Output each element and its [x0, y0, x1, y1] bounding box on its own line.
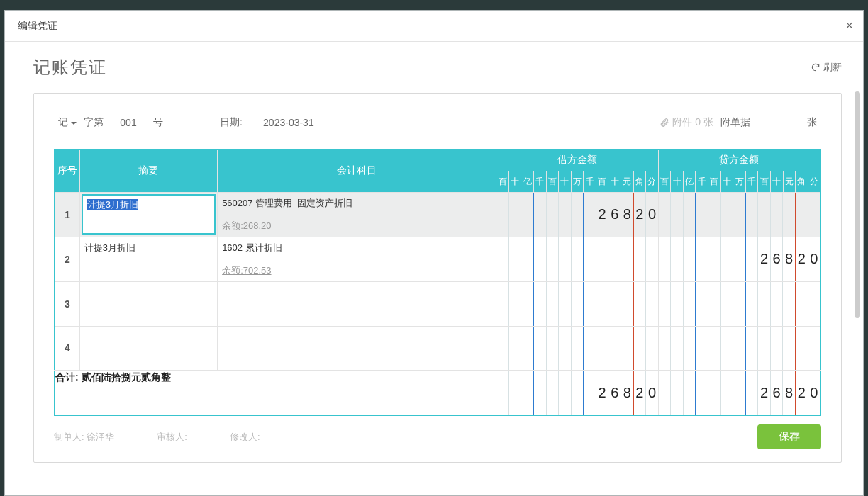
save-button[interactable]: 保存 — [757, 424, 821, 449]
debit-cell[interactable] — [496, 281, 659, 326]
money-digit — [696, 237, 708, 281]
sheets-unit: 张 — [807, 116, 817, 129]
money-digit — [796, 282, 808, 326]
row-index: 1 — [55, 192, 79, 237]
money-digit — [634, 327, 647, 371]
close-icon[interactable]: × — [845, 18, 853, 33]
money-digit — [534, 237, 547, 281]
debit-cell[interactable]: 26820 — [496, 192, 659, 237]
summary-cell[interactable]: 计提3月折旧 — [79, 192, 217, 237]
subject-cell[interactable]: 1602 累计折旧余额:702.53 — [218, 237, 496, 281]
money-digit — [733, 237, 746, 281]
voucher-number-input[interactable] — [111, 115, 146, 130]
money-digit: 8 — [783, 371, 796, 415]
money-digit — [521, 371, 534, 415]
subject-cell[interactable] — [218, 281, 496, 326]
summary-cell[interactable]: 计提3月折旧 — [79, 237, 217, 281]
table-row[interactable]: 4 — [55, 326, 820, 371]
money-digit — [509, 237, 522, 281]
digit-header: 百 — [546, 171, 559, 192]
money-digit — [559, 371, 572, 415]
debit-cell[interactable] — [496, 237, 659, 281]
digit-header: 百 — [658, 171, 671, 192]
date-input[interactable] — [250, 115, 328, 130]
refresh-button[interactable]: 刷新 — [811, 61, 842, 74]
money-digit: 2 — [634, 371, 647, 415]
chevron-down-icon — [71, 122, 77, 128]
row-index: 3 — [55, 281, 79, 326]
subject-balance: 余额:702.53 — [222, 264, 491, 277]
zidi-label: 字第 — [84, 116, 104, 129]
row-index: 2 — [55, 237, 79, 281]
money-digit — [708, 371, 721, 415]
money-digit — [684, 237, 696, 281]
credit-cell[interactable]: 26820 — [658, 237, 820, 281]
money-digit — [696, 282, 708, 326]
subject-cell[interactable]: 560207 管理费用_固定资产折旧余额:268.20 — [218, 192, 496, 237]
money-digit — [621, 282, 634, 326]
money-digit — [559, 193, 572, 237]
money-digit: 2 — [596, 371, 609, 415]
sheets-label: 附单据 — [720, 116, 750, 129]
sheets-input[interactable] — [757, 115, 800, 130]
money-digit — [696, 193, 708, 237]
date-label: 日期: — [220, 116, 243, 129]
credit-cell[interactable] — [658, 192, 820, 237]
money-digit — [584, 237, 596, 281]
money-digit: 0 — [808, 237, 820, 281]
table-row[interactable]: 2计提3月折旧1602 累计折旧余额:702.5326820 — [55, 237, 820, 281]
money-digit — [684, 371, 696, 415]
digit-header: 角 — [796, 171, 808, 192]
money-digit — [746, 282, 759, 326]
voucher-type-dropdown[interactable]: 记 — [58, 116, 77, 129]
scrollbar[interactable] — [855, 91, 860, 318]
money-digit — [634, 282, 647, 326]
money-digit — [771, 327, 784, 371]
money-digit — [733, 327, 746, 371]
digit-header: 千 — [745, 171, 758, 192]
voucher-footer: 制单人: 徐泽华 审核人: 修改人: 保存 — [54, 424, 821, 449]
subject-cell[interactable] — [218, 326, 496, 371]
summary-cell[interactable] — [79, 281, 217, 326]
money-digit — [646, 327, 658, 371]
maker-value: 徐泽华 — [87, 432, 114, 442]
money-digit — [534, 327, 547, 371]
digit-header: 万 — [571, 171, 584, 192]
money-digit: 2 — [634, 193, 647, 237]
digit-header: 百 — [708, 171, 721, 192]
money-digit — [746, 193, 759, 237]
summary-text: 计提3月折旧 — [87, 199, 138, 210]
money-digit — [547, 327, 560, 371]
money-digit — [547, 237, 560, 281]
money-digit: 0 — [646, 193, 658, 237]
debit-cell[interactable] — [496, 326, 659, 371]
voucher-meta: 记 字第 号 日期: 附件 0 张 附单据 — [54, 115, 821, 149]
money-digit — [783, 282, 796, 326]
money-digit — [496, 193, 509, 237]
hao-label: 号 — [153, 116, 163, 129]
money-digit — [572, 193, 584, 237]
modifier-label: 修改人: — [230, 431, 260, 444]
paperclip-icon — [660, 118, 669, 128]
money-digit: 2 — [796, 237, 808, 281]
summary-cell[interactable] — [79, 326, 217, 371]
digit-header: 元 — [621, 171, 634, 192]
money-digit — [646, 237, 658, 281]
page-title: 记账凭证 — [33, 56, 107, 79]
credit-cell[interactable] — [658, 326, 820, 371]
attachment-indicator[interactable]: 附件 0 张 — [660, 116, 713, 129]
money-digit — [671, 327, 684, 371]
modal-titlebar: 编辑凭证 × — [5, 11, 863, 42]
money-digit — [559, 237, 572, 281]
money-digit — [659, 327, 672, 371]
edit-voucher-modal: 编辑凭证 × 记账凭证 刷新 记 字第 号 — [4, 10, 864, 496]
money-digit — [496, 371, 509, 415]
money-digit — [721, 193, 734, 237]
money-digit — [634, 237, 647, 281]
summary-text: 计提3月折旧 — [80, 237, 217, 259]
table-row[interactable]: 1计提3月折旧560207 管理费用_固定资产折旧余额:268.2026820 — [55, 192, 820, 237]
credit-cell[interactable] — [658, 281, 820, 326]
table-row[interactable]: 3 — [55, 281, 820, 326]
money-digit — [621, 327, 634, 371]
money-digit — [534, 371, 547, 415]
